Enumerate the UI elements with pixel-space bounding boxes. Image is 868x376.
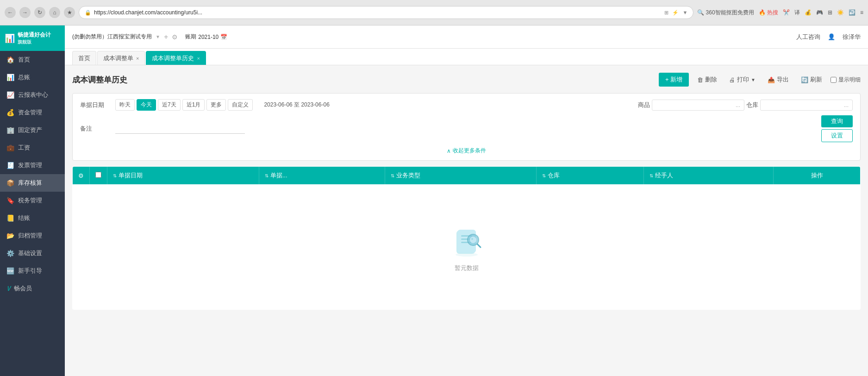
warehouse-dots[interactable]: ...: [844, 102, 849, 108]
show-cols-checkbox[interactable]: [831, 77, 837, 83]
warehouse-filter-select[interactable]: ...: [760, 100, 853, 111]
tab-cost-adjust-close[interactable]: ×: [136, 56, 139, 61]
app-switcher-icon[interactable]: ⊞: [664, 10, 668, 16]
grid-tool[interactable]: ⊞: [828, 9, 832, 16]
delete-button[interactable]: 🗑 删除: [693, 74, 721, 86]
show-cols-toggle[interactable]: 显示明细: [831, 76, 861, 84]
sidebar-item-label: 云报表中心: [18, 91, 48, 99]
logo-icon: 📊: [5, 33, 15, 44]
top-bar-period: 账期 2021-10 📅: [185, 33, 227, 41]
undo-tool[interactable]: ↩️: [849, 9, 856, 16]
page-body: 成本调整单历史 + 新增 🗑 删除 🖨 打印 ▼ 📤 导出: [65, 65, 868, 376]
sidebar-item-close[interactable]: 📒 结账: [0, 209, 65, 227]
scissors-tool[interactable]: ✂️: [783, 9, 790, 16]
tab-home[interactable]: 首页: [72, 51, 96, 65]
date-btn-custom[interactable]: 自定义: [228, 99, 253, 111]
sort-icon[interactable]: ⇅: [265, 173, 269, 178]
tab-cost-adjust-history[interactable]: 成本调整单历史 ×: [146, 51, 206, 65]
reload-button[interactable]: ↻: [34, 7, 45, 18]
page-title: 成本调整单历史: [72, 75, 659, 85]
bookmark-button[interactable]: ★: [64, 7, 75, 18]
sidebar-item-vip[interactable]: V 畅会员: [0, 280, 65, 297]
print-dropdown-icon[interactable]: ▼: [751, 77, 756, 82]
address-bar[interactable]: 🔒 https://cloud.chanjet.com/accounting/u…: [79, 6, 693, 19]
tab-home-label: 首页: [78, 54, 90, 63]
date-btn-yesterday[interactable]: 昨天: [115, 99, 135, 111]
main-sidebar: 📊 畅捷通好会计 旗舰版 🏠 首页 📊 总账 📈 云报表中心 💰 资金管理: [0, 25, 65, 376]
menu-tool[interactable]: ≡: [860, 9, 863, 16]
sidebar-item-salary[interactable]: 💼 工资: [0, 139, 65, 157]
print-button[interactable]: 🖨 打印 ▼: [725, 74, 759, 86]
sidebar-item-home[interactable]: 🏠 首页: [0, 51, 65, 69]
table-header: ⚙ ⇅ 单据日期 ⇅: [73, 167, 861, 185]
top-bar-right: 人工咨询 👤 徐泽华: [796, 33, 861, 41]
export-icon: 📤: [768, 76, 775, 83]
funds-icon: 💰: [6, 109, 14, 116]
sidebar-item-tax[interactable]: 🔖 税务管理: [0, 192, 65, 209]
tab-cost-adjust[interactable]: 成本调整单 ×: [97, 51, 145, 65]
sidebar-item-reports[interactable]: 📈 云报表中心: [0, 86, 65, 104]
search-tool[interactable]: 🔍 360智能抠图免费用: [697, 9, 754, 17]
dropdown-arrow-icon[interactable]: ▼: [156, 34, 160, 39]
sidebar-item-ledger[interactable]: 📊 总账: [0, 69, 65, 86]
query-button[interactable]: 查询: [821, 115, 853, 127]
date-btn-more[interactable]: 更多: [206, 99, 226, 111]
main-content: (勿删勿禁用）江西报宝测试专用 ▼ + ⚙ 账期 2021-10 📅 人工咨询 …: [65, 25, 868, 376]
user-name[interactable]: 徐泽华: [843, 33, 861, 41]
th-settings[interactable]: ⚙: [73, 167, 90, 185]
back-button[interactable]: ←: [5, 7, 16, 18]
date-btn-today[interactable]: 今天: [137, 99, 156, 111]
table-settings-button[interactable]: 设置: [821, 129, 853, 142]
th-handler: ⇅ 经手人: [644, 167, 774, 185]
sort-icon[interactable]: ⇅: [113, 173, 117, 178]
export-button[interactable]: 📤 导出: [764, 74, 793, 86]
select-all-checkbox[interactable]: [95, 172, 101, 178]
sidebar-item-inventory[interactable]: 📦 库存核算: [0, 174, 65, 192]
th-date: ⇅ 单据日期: [107, 167, 259, 185]
theme-tool[interactable]: ☀️: [837, 9, 844, 16]
collapse-arrow-icon: ∧: [447, 148, 451, 154]
sidebar-item-guide[interactable]: 🆕 新手引导: [0, 262, 65, 280]
forward-button[interactable]: →: [19, 7, 31, 18]
sidebar-item-invoice[interactable]: 🧾 发票管理: [0, 157, 65, 174]
sort-icon[interactable]: ⇅: [542, 173, 546, 178]
sidebar-item-archive[interactable]: 📂 归档管理: [0, 227, 65, 244]
hot-search[interactable]: 🔥 热搜: [759, 9, 778, 17]
add-icon[interactable]: +: [164, 33, 168, 41]
page-tabs: 首页 成本调整单 × 成本调整单历史 ×: [65, 49, 868, 65]
th-warehouse: ⇅ 仓库: [537, 167, 644, 185]
date-btn-7days[interactable]: 近7天: [158, 99, 181, 111]
sidebar-item-label: 总账: [18, 73, 30, 81]
refresh-button[interactable]: 🔄 刷新: [797, 74, 826, 86]
tab-cost-adjust-history-close[interactable]: ×: [197, 56, 200, 61]
th-checkbox[interactable]: [90, 167, 107, 185]
refresh-icon: 🔄: [801, 76, 808, 83]
sidebar-item-funds[interactable]: 💰 资金管理: [0, 104, 65, 121]
sort-icon[interactable]: ⇅: [391, 173, 394, 178]
settings-small-icon[interactable]: ⚙: [172, 33, 178, 41]
sort-icon[interactable]: ⇅: [649, 173, 653, 178]
dropdown-icon[interactable]: ▼: [682, 10, 687, 16]
home-button[interactable]: ⌂: [49, 7, 60, 18]
sidebar-item-settings[interactable]: ⚙️ 基础设置: [0, 244, 65, 262]
calendar-icon[interactable]: 📅: [220, 34, 227, 40]
top-bar-left: (勿删勿禁用）江西报宝测试专用 ▼ + ⚙: [72, 33, 178, 41]
sidebar-item-assets[interactable]: 🏢 固定资产: [0, 121, 65, 139]
empty-text: 暂元数据: [73, 264, 860, 272]
game-tool[interactable]: 🎮: [816, 9, 823, 16]
goods-dots[interactable]: ...: [736, 102, 740, 108]
lightning-icon[interactable]: ⚡: [672, 10, 679, 16]
sidebar-item-label: 基础设置: [18, 249, 42, 257]
period-label: 账期: [185, 33, 196, 41]
collapse-filter-btn[interactable]: ∧ 收起更多条件: [447, 147, 486, 155]
translate-tool[interactable]: 译: [794, 9, 800, 17]
consult-link[interactable]: 人工咨询: [796, 33, 820, 41]
goods-filter-select[interactable]: ...: [652, 100, 744, 111]
note-filter-input[interactable]: [115, 124, 245, 134]
date-btn-1month[interactable]: 近1月: [182, 99, 205, 111]
table-settings-icon[interactable]: ⚙: [78, 172, 84, 179]
guide-icon: 🆕: [6, 267, 14, 275]
new-button[interactable]: + 新增: [659, 73, 689, 87]
wallet-tool[interactable]: 💰: [805, 9, 812, 16]
user-avatar[interactable]: 👤: [828, 33, 835, 40]
